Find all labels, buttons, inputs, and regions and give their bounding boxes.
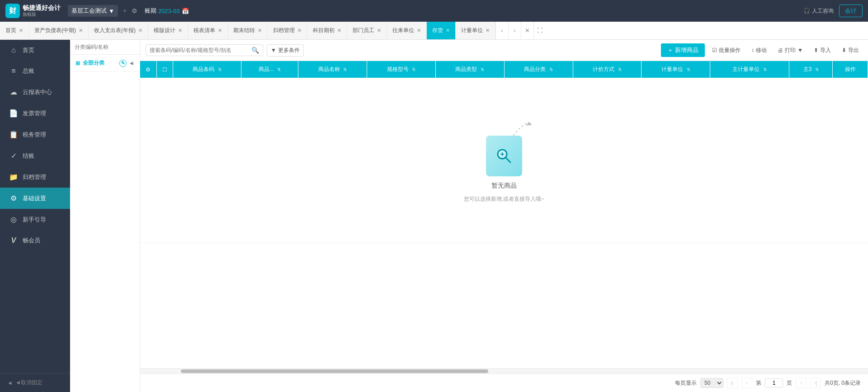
export-button[interactable]: ⬇ 导出 (838, 45, 863, 56)
edit-category-btn[interactable]: ✎ (119, 60, 127, 67)
sidebar-item-archive[interactable]: 📁 归档管理 (0, 166, 70, 188)
sort-main-unit[interactable]: ⇅ (763, 67, 767, 72)
sidebar-item-invoice[interactable]: 📄 发票管理 (0, 103, 70, 124)
header-right: 🎧 人工咨询 会计 (803, 5, 863, 17)
sidebar-item-tax-label: 税务管理 (23, 131, 46, 139)
batch-ops-button[interactable]: ☑ 批量操作 (708, 45, 744, 56)
move-button[interactable]: ↕ 移动 (748, 45, 770, 56)
sort-name[interactable]: ⇅ (343, 67, 347, 72)
tab-home-close[interactable]: ✕ (19, 28, 23, 33)
sidebar-item-tax[interactable]: 📋 税务管理 (0, 124, 70, 145)
import-button[interactable]: ⬆ 导入 (810, 45, 835, 56)
ledger-icon: ≡ (9, 67, 18, 75)
th-type-label: 商品类型 (455, 66, 477, 72)
tab-nav-next[interactable]: › (508, 22, 521, 39)
sidebar-item-report[interactable]: ☁ 云报表中心 (0, 81, 70, 103)
tab-subject[interactable]: 科目期初 ✕ (307, 22, 347, 39)
tab-archive[interactable]: 归档管理 ✕ (268, 22, 307, 39)
tab-income-close[interactable]: ✕ (138, 28, 142, 33)
sidebar-item-home[interactable]: ⌂ 首页 (0, 40, 70, 61)
th-checkbox[interactable]: ☐ (156, 61, 173, 78)
tab-unit[interactable]: 计量单位 ✕ (456, 22, 495, 39)
main-layout: ⌂ 首页 ≡ 总账 ☁ 云报表中心 📄 发票管理 📋 税务管理 ✓ 结账 📁 归… (0, 40, 868, 392)
sort-spec[interactable]: ⇅ (412, 67, 415, 72)
all-categories-item[interactable]: ⊞ 全部分类 ✎ ◄ (70, 55, 140, 72)
period-label: 账期 (145, 7, 156, 15)
tab-inventory[interactable]: 存货 ✕ (427, 22, 456, 39)
add-product-button[interactable]: ＋ 新增商品 (661, 43, 705, 57)
tab-inventory-label: 存货 (432, 27, 443, 34)
empty-state: 暂无商品 您可以选择新增,或者直接导入哦~ (144, 81, 864, 239)
archive-icon: 📁 (9, 173, 18, 181)
account-button[interactable]: 会计 (839, 5, 863, 17)
calendar-icon[interactable]: 📅 (182, 8, 189, 14)
sidebar-item-basic[interactable]: ⚙ 基础设置 (0, 188, 70, 209)
tab-template[interactable]: 模版设计 ✕ (148, 22, 188, 39)
tab-close-current[interactable]: ✕ (521, 22, 533, 39)
company-selector[interactable]: 基层工会测试 ▼ (68, 5, 118, 17)
move-icon: ↕ (751, 47, 754, 53)
tab-archive-close[interactable]: ✕ (297, 28, 302, 33)
product-search-icon[interactable]: 🔍 (251, 47, 259, 54)
tab-period-close[interactable]: 期末结转 ✕ (228, 22, 268, 39)
tab-period-close-close[interactable]: ✕ (258, 28, 262, 33)
tab-dept-close[interactable]: ✕ (377, 28, 381, 33)
page-first-btn[interactable]: |‹ (727, 378, 738, 388)
per-page-select[interactable]: 50 10 20 100 (700, 378, 723, 388)
member-icon: V (9, 236, 18, 245)
sort-type[interactable]: ⇅ (481, 67, 484, 72)
collapse-panel-btn[interactable]: ◄ (128, 60, 134, 67)
page-input[interactable] (765, 378, 783, 387)
main-panel: 🔍 ▼ 更多条件 ＋ 新增商品 ☑ 批量操作 ↕ (140, 40, 868, 392)
th-settings[interactable]: ⚙ (140, 61, 156, 78)
tab-unit-close[interactable]: ✕ (486, 28, 490, 33)
tab-nav-prev[interactable]: ‹ (495, 22, 508, 39)
sidebar-pin-btn[interactable]: ◄ ◄取消固定 (0, 373, 70, 392)
sidebar-item-settle[interactable]: ✓ 结账 (0, 145, 70, 166)
sort-barcode[interactable]: ⇅ (218, 67, 222, 72)
tab-tax-close[interactable]: ✕ (218, 28, 222, 33)
sort-unit[interactable]: ⇅ (687, 67, 690, 72)
tab-contacts[interactable]: 往来单位 ✕ (387, 22, 427, 39)
sidebar-item-member[interactable]: V 畅会员 (0, 230, 70, 251)
tab-balance-label: 资产负债表(中期) (34, 27, 76, 34)
horizontal-scrollbar[interactable] (140, 368, 868, 373)
batch-icon: ☑ (712, 47, 717, 53)
tab-dept-label: 部门员工 (353, 27, 374, 34)
tab-income[interactable]: 收入支出表(年报) ✕ (89, 22, 148, 39)
tab-subject-label: 科目期初 (313, 27, 335, 34)
product-search-input[interactable] (150, 47, 249, 53)
sort-col3[interactable]: ⇅ (815, 67, 819, 72)
sort-code[interactable]: ⇅ (277, 67, 281, 72)
th-name: 商品名称 ⇅ (298, 61, 367, 78)
tab-subject-close[interactable]: ✕ (337, 28, 341, 33)
tab-tax[interactable]: 税表清单 ✕ (188, 22, 228, 39)
print-icon: 🖨 (778, 47, 783, 53)
filter-button[interactable]: ▼ 更多条件 (267, 44, 304, 57)
tab-inventory-close[interactable]: ✕ (446, 28, 450, 33)
scrollbar-thumb[interactable] (181, 369, 488, 373)
page-prev-btn[interactable]: ‹ (741, 378, 752, 388)
sidebar-item-guide[interactable]: ◎ 新手引导 (0, 209, 70, 230)
print-button[interactable]: 🖨 打印 ▼ (774, 45, 807, 56)
tab-home[interactable]: 首页 ✕ (0, 22, 29, 39)
sort-price-method[interactable]: ⇅ (618, 67, 622, 72)
page-next-btn[interactable]: › (796, 378, 807, 388)
add-company-icon[interactable]: ＋ (122, 7, 128, 15)
tab-contacts-close[interactable]: ✕ (417, 28, 421, 33)
sidebar-item-ledger[interactable]: ≡ 总账 (0, 61, 70, 81)
page-last-btn[interactable]: ›| (810, 378, 821, 388)
consulting-button[interactable]: 🎧 人工咨询 (803, 7, 834, 15)
sort-category[interactable]: ⇅ (549, 67, 553, 72)
tab-dept[interactable]: 部门员工 ✕ (347, 22, 387, 39)
empty-illustration (472, 118, 536, 176)
tab-balance[interactable]: 资产负债表(中期) ✕ (29, 22, 89, 39)
th-barcode: 商品条码 ⇅ (173, 61, 241, 78)
tab-template-label: 模版设计 (154, 27, 175, 34)
tab-template-close[interactable]: ✕ (178, 28, 182, 33)
print-dropdown-icon: ▼ (797, 47, 803, 53)
tab-balance-close[interactable]: ✕ (79, 28, 83, 33)
settings-icon[interactable]: ⚙ (132, 7, 137, 14)
category-search-input[interactable] (75, 44, 142, 50)
tab-maximize[interactable]: ⛶ (533, 22, 546, 39)
